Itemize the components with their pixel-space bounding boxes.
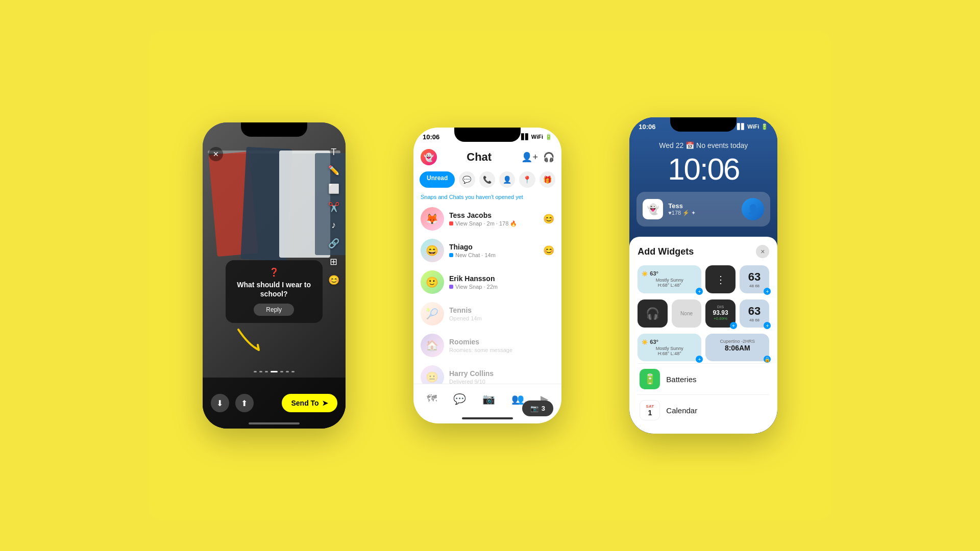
chat-item-harry-collins[interactable]: 😐 Harry Collins Delivered 9/10 [413, 361, 561, 384]
nav-chat-icon[interactable]: 💬 [453, 393, 466, 405]
send-to-button[interactable]: Send To ➤ [282, 394, 337, 412]
text-tool-icon[interactable]: T [331, 147, 336, 158]
scissors-tool-icon[interactable]: ✂️ [328, 202, 339, 213]
progress-dots [203, 371, 346, 372]
header-actions: 👤+ 🎧 [521, 152, 554, 163]
chat-status-roomies: Roomies: some message [449, 347, 512, 353]
widget-add-dot-6: 🔒 [764, 356, 771, 363]
location-filter-icon-tab[interactable]: 📍 [519, 171, 535, 188]
unread-section-label: Snaps and Chats you haven't opened yet [413, 192, 561, 203]
chat-filter-icon-tab[interactable]: 💬 [459, 171, 475, 188]
widget-add-dot-4: + [764, 322, 771, 329]
chat-name-erik-hansson: Erik Hansson [449, 274, 554, 283]
unread-filter-tab[interactable]: Unread [420, 171, 455, 188]
widget-none[interactable]: None [672, 299, 702, 328]
chat-item-erik-hansson[interactable]: 🙂 Erik Hansson View Snap · 22m [413, 266, 561, 298]
link-tool-icon[interactable]: 🔗 [328, 238, 339, 249]
poll-card: ❓ What should I wear to school? Reply [226, 260, 323, 323]
snap-indicator-purple [449, 285, 453, 289]
pencil-tool-icon[interactable]: ✏️ [328, 165, 339, 176]
widget-63-2[interactable]: 63 48 68 + [740, 299, 770, 328]
avatar-erik-hansson: 🙂 [421, 270, 444, 294]
lock-signal-icon: ▋▋ [737, 123, 745, 130]
widget-63-1[interactable]: 63 48 68 + [740, 265, 770, 293]
chat-name-roomies: Roomies [449, 338, 554, 346]
lock-battery-icon: 🔋 [761, 123, 768, 130]
arrow-doodle [233, 319, 274, 362]
chat-item-tennis[interactable]: 🎾 Tennis Opened 14m [413, 298, 561, 330]
widget-close-button[interactable]: × [756, 245, 769, 258]
chat-emoji-tess: 😊 [543, 213, 554, 224]
music-tool-icon[interactable]: ♪ [331, 220, 336, 231]
phone-3-screen: 10:06 ▋▋ WiFi 🔋 Wed 22 📅 No events today… [629, 117, 777, 434]
widget-headphone[interactable]: 🎧 [638, 299, 668, 328]
lock-date-area: Wed 22 📅 No events today [629, 136, 777, 152]
phone-1-bottom-bar: ⬇ ⬆ Send To ➤ [203, 378, 346, 429]
phone-filter-icon-tab[interactable]: 📞 [479, 171, 495, 188]
chat-info-harry-collins: Harry Collins Delivered 9/10 [449, 369, 554, 384]
poll-question: What should I wear to school? [235, 280, 313, 298]
close-button[interactable]: ✕ [209, 147, 223, 161]
app-item-calendar[interactable]: SAT 1 Calendar [638, 394, 769, 425]
download-button[interactable]: ⬇ [211, 394, 229, 412]
sticker-tool-icon[interactable]: ⬜ [328, 183, 339, 194]
widget-condition-1: Mostly Sunny [642, 278, 697, 283]
lock-notification-snap[interactable]: 👻 Tess ♥178 ⚡ ✦ 👤 [636, 192, 770, 227]
filter-tabs: Unread 💬 📞 👤 📍 🎁 [413, 169, 561, 192]
emoji-tool-icon[interactable]: 😊 [328, 274, 339, 286]
reply-button[interactable]: Reply [254, 304, 294, 316]
phone-2-notch [454, 128, 521, 142]
chat-sub-erik-hansson: View Snap · 22m [449, 284, 554, 290]
chat-name-thiago: Thiago [449, 243, 538, 251]
snapchat-ghost-icon[interactable]: 👻 [421, 149, 437, 165]
widget-clock-cupertino[interactable]: Cupertino -2HRS 8:06AM 🔒 [705, 334, 769, 361]
crop-tool-icon[interactable]: ⊞ [330, 256, 337, 267]
widget-grid: ☀️ 63° Mostly Sunny H:68° L:48° + ⋮ 63 4… [638, 265, 769, 293]
chat-status-harry: Delivered 9/10 [449, 379, 485, 384]
add-friend-icon[interactable]: 👤+ [521, 152, 538, 163]
gift-filter-icon-tab[interactable]: 🎁 [540, 171, 555, 188]
widget-panel-title: Add Widgets [638, 246, 694, 257]
widget-range-1: H:68° L:48° [642, 283, 697, 288]
camera-button[interactable]: 📷 3 [522, 400, 553, 416]
chat-item-thiago[interactable]: 😄 Thiago New Chat · 14m 😊 [413, 235, 561, 266]
chat-status-thiago: New Chat · 14m [455, 252, 496, 258]
battery-icon: 🔋 [545, 134, 552, 140]
widget-add-dot-5: + [696, 356, 703, 363]
avatar-roomies: 🏠 [421, 334, 444, 357]
widget-num-63-2: 63 [744, 305, 766, 318]
chat-status-erik: View Snap · 22m [455, 284, 498, 290]
nav-map-icon[interactable]: 🗺 [427, 393, 437, 405]
lock-date-text: Wed 22 📅 No events today [659, 141, 748, 149]
chat-item-roomies[interactable]: 🏠 Roomies Roomies: some message [413, 330, 561, 361]
chat-item-tess-jacobs[interactable]: 🦊 Tess Jacobs View Snap · 2m · 178 🔥 😊 [413, 203, 561, 235]
widget-dis-value: 93.93 [709, 309, 731, 316]
widget-weather-wide[interactable]: ☀️ 63° Mostly Sunny H:68° L:48° + [638, 265, 701, 293]
widget-grid-2: 🎧 None DIS 93.93 +0.69% + 63 48 68 + [638, 299, 769, 328]
widget-condition-2: Mostly Sunny [642, 346, 697, 351]
app-item-batteries[interactable]: 🔋 Batteries [638, 363, 769, 394]
calendar-app-name: Calendar [666, 406, 697, 415]
widget-temp-2: 63° [650, 339, 658, 345]
user-filter-icon-tab[interactable]: 👤 [499, 171, 515, 188]
bottom-left-actions: ⬇ ⬆ [211, 394, 254, 412]
dot-1 [254, 371, 257, 372]
status-time: 10:06 [423, 133, 439, 141]
headphone-icon[interactable]: 🎧 [543, 152, 554, 163]
dot-2 [259, 371, 262, 372]
widget-weather-2[interactable]: ☀️ 63° Mostly Sunny H:68° L:48° + [638, 334, 701, 361]
lock-no-events: No events today [696, 141, 748, 149]
widget-dots[interactable]: ⋮ [705, 265, 736, 293]
nav-profile-icon[interactable]: 👥 [511, 393, 524, 405]
poll-icon: ❓ [235, 267, 313, 277]
camera-icon: 📷 [530, 405, 538, 412]
phone-3-notch [670, 117, 737, 132]
share-button[interactable]: ⬆ [235, 394, 254, 412]
widget-clock-time: 8:06AM [709, 344, 765, 352]
nav-camera-icon[interactable]: 📷 [482, 393, 495, 405]
calendar-app-icon: SAT 1 [640, 400, 660, 420]
widget-add-dot-3: + [730, 322, 737, 329]
chat-status-tennis: Opened 14m [449, 315, 482, 321]
widget-dis[interactable]: DIS 93.93 +0.69% + [705, 299, 736, 328]
phone-3-lock-screen: 10:06 ▋▋ WiFi 🔋 Wed 22 📅 No events today… [629, 117, 777, 434]
